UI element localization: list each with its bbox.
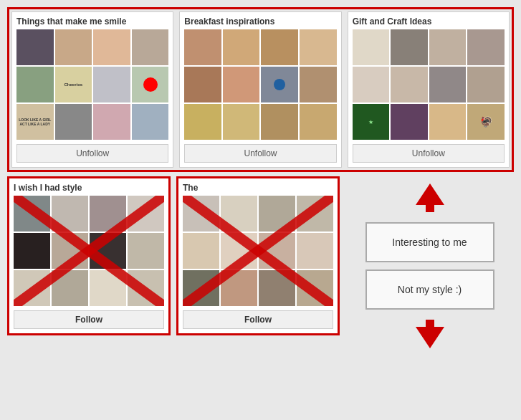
board-1-grid: Cheerios LOOK LIKE A GIRL ACT LIKE A LAD… xyxy=(16,29,168,140)
grid-cell xyxy=(14,270,50,306)
grid-cell xyxy=(128,270,164,306)
grid-cell: ★ xyxy=(353,104,390,140)
grid-cell xyxy=(297,196,333,232)
grid-cell xyxy=(132,29,169,65)
grid-cell xyxy=(353,29,390,65)
board-card-5: The xyxy=(176,176,340,335)
board-2-grid xyxy=(184,29,336,140)
grid-cell xyxy=(300,67,337,102)
board-card-2: Breakfast inspirations Unfollow xyxy=(179,11,341,168)
grid-cell xyxy=(391,104,428,140)
grid-cell xyxy=(467,67,505,102)
board-5-follow-button[interactable]: Follow xyxy=(183,310,333,329)
bottom-left-boards: I wish I had style xyxy=(7,176,340,355)
bottom-board-row: I wish I had style xyxy=(7,176,514,355)
board-4-follow-button[interactable]: Follow xyxy=(14,310,164,329)
grid-cell xyxy=(90,270,126,306)
grid-cell xyxy=(183,233,219,269)
svg-marker-4 xyxy=(416,183,444,205)
grid-cell xyxy=(300,104,337,140)
grid-cell xyxy=(55,104,92,140)
grid-cell xyxy=(429,29,467,65)
grid-cell xyxy=(90,233,126,269)
board-2-unfollow-button[interactable]: Unfollow xyxy=(184,144,336,163)
grid-cell: LOOK LIKE A GIRL ACT LIKE A LADY xyxy=(16,104,54,140)
grid-cell xyxy=(429,104,467,140)
grid-cell xyxy=(93,67,130,102)
board-card-3: Gift and Craft Ideas ★ 🦃 Unfollow xyxy=(348,11,510,168)
board-card-1: Things that make me smile Cheerios LOOK … xyxy=(11,11,173,168)
arrow-down-indicator xyxy=(416,320,444,348)
svg-rect-5 xyxy=(426,205,434,212)
grid-cell xyxy=(52,233,88,269)
grid-cell xyxy=(183,196,219,232)
grid-cell: Cheerios xyxy=(55,67,92,102)
grid-cell xyxy=(297,233,333,269)
grid-cell xyxy=(429,67,467,102)
grid-cell xyxy=(184,104,221,140)
grid-cell xyxy=(221,270,257,306)
grid-cell xyxy=(14,196,50,232)
board-wrapper-5: The xyxy=(176,176,340,355)
board-4-grid xyxy=(14,196,164,306)
grid-cell xyxy=(132,104,169,140)
grid-cell xyxy=(184,29,221,65)
grid-cell xyxy=(391,29,428,65)
top-board-row: Things that make me smile Cheerios LOOK … xyxy=(11,11,510,168)
board-5-title: The xyxy=(183,183,333,193)
grid-cell xyxy=(223,29,260,65)
board-4-title: I wish I had style xyxy=(14,183,164,193)
grid-cell xyxy=(93,29,130,65)
svg-marker-7 xyxy=(416,327,444,348)
grid-cell xyxy=(223,67,260,102)
board-3-unfollow-button[interactable]: Unfollow xyxy=(353,144,505,163)
grid-cell xyxy=(261,29,298,65)
grid-cell xyxy=(55,29,92,65)
grid-cell xyxy=(16,67,54,102)
grid-cell xyxy=(297,270,333,306)
grid-cell xyxy=(259,270,295,306)
grid-cell xyxy=(16,29,54,65)
grid-cell xyxy=(391,67,428,102)
down-arrow-svg xyxy=(416,320,444,348)
main-container: Things that make me smile Cheerios LOOK … xyxy=(0,0,521,363)
board-5-grid xyxy=(183,196,333,306)
grid-cell xyxy=(183,270,219,306)
grid-cell xyxy=(184,67,221,102)
board-2-title: Breakfast inspirations xyxy=(184,16,336,27)
up-arrow-svg xyxy=(416,183,444,212)
grid-cell xyxy=(52,270,88,306)
board-3-title: Gift and Craft Ideas xyxy=(353,16,505,27)
grid-cell xyxy=(259,196,295,232)
top-row-highlight: Things that make me smile Cheerios LOOK … xyxy=(7,7,514,172)
grid-cell xyxy=(300,29,337,65)
grid-cell xyxy=(128,196,164,232)
board-wrapper-4: I wish I had style xyxy=(7,176,171,355)
grid-cell xyxy=(353,67,390,102)
grid-cell xyxy=(52,196,88,232)
right-panel: Interesting to me Not my style :) xyxy=(345,176,514,355)
board-1-title: Things that make me smile xyxy=(16,16,168,27)
arrow-up-indicator xyxy=(416,183,444,212)
board-1-unfollow-button[interactable]: Unfollow xyxy=(16,144,168,163)
grid-cell xyxy=(221,196,257,232)
grid-cell xyxy=(90,196,126,232)
not-my-style-button[interactable]: Not my style :) xyxy=(365,269,494,310)
grid-cell xyxy=(259,233,295,269)
grid-cell xyxy=(128,233,164,269)
board-card-4: I wish I had style xyxy=(7,176,171,335)
grid-cell xyxy=(467,29,505,65)
grid-cell xyxy=(132,67,169,102)
grid-cell xyxy=(93,104,130,140)
grid-cell xyxy=(14,233,50,269)
grid-cell: 🦃 xyxy=(467,104,505,140)
interesting-to-me-button[interactable]: Interesting to me xyxy=(365,222,494,262)
grid-cell xyxy=(261,67,298,102)
board-3-grid: ★ 🦃 xyxy=(353,29,505,140)
grid-cell xyxy=(221,233,257,269)
grid-cell xyxy=(223,104,260,140)
grid-cell xyxy=(261,104,298,140)
